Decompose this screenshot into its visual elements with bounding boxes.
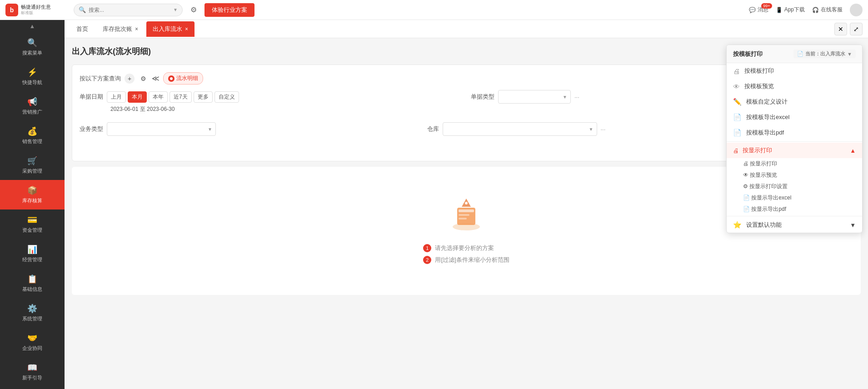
empty-icon [446, 194, 487, 235]
sidebar-item-finance[interactable]: 💳 资金管理 [0, 209, 65, 239]
dropdown-display-print-section[interactable]: 🖨 按显示打印 ▲ [727, 143, 862, 158]
tab-close-all-button[interactable]: ✕ [834, 23, 847, 35]
search-bar[interactable]: 🔍 ▼ [74, 4, 183, 16]
quick-nav-icon: ⚡ [27, 67, 37, 77]
sidebar-item-inventory[interactable]: 📦 库存核算 [0, 180, 65, 209]
sidebar-item-guide[interactable]: 📖 新手引导 [0, 357, 65, 387]
sidebar-item-label: 经营管理 [22, 256, 42, 263]
dropdown-sub-display-print-setting[interactable]: ⚙ 按显示打印设置 [727, 181, 862, 192]
industry-button[interactable]: 体验行业方案 [205, 3, 254, 17]
current-icon: 📄 [797, 51, 803, 57]
search-icon: 🔍 [79, 6, 86, 13]
sidebar-item-marketing[interactable]: 📢 营销推广 [0, 91, 65, 121]
tab-batch-account-label: 库存批次账 [103, 25, 132, 33]
tab-batch-account-close[interactable]: × [135, 26, 138, 32]
dropdown-item-template-pdf[interactable]: 📄 按模板导出pdf [727, 125, 862, 140]
warehouse-more-icon[interactable]: ··· [601, 126, 606, 133]
sidebar-item-search[interactable]: 🔍 搜索菜单 [0, 32, 65, 62]
filter-biz-type-field: 业务类型 ▼ [80, 122, 418, 136]
dropdown-item-set-default[interactable]: ⭐ 设置默认功能 ▼ [727, 217, 862, 233]
message-icon: 💬 [749, 7, 756, 13]
step-num-1: 1 [423, 244, 431, 252]
biz-type-select[interactable] [107, 122, 216, 136]
sidebar-item-sales[interactable]: 💰 销售管理 [0, 121, 65, 150]
sidebar-item-label: 库存核算 [22, 197, 42, 204]
app-download-button[interactable]: 📱 App下载 [776, 6, 805, 14]
sidebar-item-system[interactable]: ⚙️ 系统管理 [0, 298, 65, 328]
tab-flow-close[interactable]: × [185, 26, 188, 32]
sidebar-item-quick-nav[interactable]: ⚡ 快捷导航 [0, 62, 65, 91]
display-print-section-icon: 🖨 [733, 147, 739, 154]
svg-point-7 [465, 202, 468, 204]
message-button[interactable]: 💬 消息 99+ [749, 6, 768, 14]
dropdown-sub-display-print[interactable]: 🖨 按显示打印 [727, 158, 862, 170]
tab-expand-button[interactable]: ⤢ [850, 23, 863, 35]
basic-icon: 📋 [27, 274, 37, 284]
excel-icon: 📄 [733, 113, 742, 121]
dropdown-sub-label: 按显示导出excel [751, 194, 791, 201]
filter-collapse-button[interactable]: ≪ [152, 74, 160, 83]
sidebar-item-basic[interactable]: 📋 基础信息 [0, 269, 65, 298]
sub-pdf-icon: 📄 [743, 206, 751, 212]
gear-button[interactable]: ⚙ [187, 4, 200, 16]
date-custom-button[interactable]: 自定义 [215, 91, 239, 103]
online-service-label: 在线客服 [821, 6, 843, 14]
tab-flow-label: 出入库流水 [153, 25, 182, 33]
sub-print-icon: 🖨 [743, 160, 750, 167]
doc-type-select-wrapper: ▼ [498, 90, 571, 104]
sidebar-item-app-center[interactable]: 🎯 应用中心 [0, 387, 65, 389]
dropdown-item-label: 按模板导出pdf [746, 129, 784, 137]
display-print-section-label: 按显示打印 [743, 146, 772, 155]
date-this-year-button[interactable]: 本年 [149, 91, 168, 103]
sidebar-item-label: 基础信息 [22, 286, 42, 293]
filter-setting-button[interactable]: ⚙ [138, 74, 148, 84]
active-filter-chip: 流水明细 [163, 72, 203, 85]
dropdown-divider [727, 141, 862, 142]
dropdown-sub-display-excel[interactable]: 📄 按显示导出excel [727, 192, 862, 204]
dropdown-sub-display-preview[interactable]: 👁 按显示预览 [727, 170, 862, 181]
dropdown-item-template-excel[interactable]: 📄 按模板导出excel [727, 110, 862, 125]
search-input[interactable] [89, 7, 170, 13]
filter-warehouse-label: 仓库 [427, 125, 439, 133]
sales-icon: 💰 [27, 126, 37, 136]
logo-area: b 畅捷通好生意 标准版 [5, 4, 69, 16]
tab-batch-account[interactable]: 库存批次账 × [96, 21, 145, 37]
warehouse-select[interactable] [443, 122, 597, 136]
filter-add-button[interactable]: + [125, 74, 135, 84]
app-download-label: App下载 [784, 6, 805, 14]
sidebar-item-operation[interactable]: 📊 经营管理 [0, 239, 65, 269]
doc-type-more-icon[interactable]: ··· [574, 94, 579, 100]
user-avatar[interactable] [850, 4, 863, 16]
top-bar: b 畅捷通好生意 标准版 🔍 ▼ ⚙ 体验行业方案 💬 消息 99+ 📱 App… [0, 0, 868, 20]
tab-home[interactable]: 首页 [70, 21, 95, 37]
biz-type-select-wrapper: ▼ [107, 122, 216, 136]
logo-text: 畅捷通好生意 [21, 4, 51, 10]
dropdown-item-template-custom[interactable]: ✏️ 模板自定义设计 [727, 94, 862, 110]
date-last-7-days-button[interactable]: 近7天 [170, 91, 192, 103]
dropdown-item-label: 模板自定义设计 [746, 98, 788, 106]
sidebar: ▲ 🔍 搜索菜单 ⚡ 快捷导航 📢 营销推广 💰 销售管理 🛒 采购管理 📦 库… [0, 20, 65, 389]
svg-point-0 [170, 77, 173, 80]
svg-rect-4 [459, 214, 469, 216]
doc-type-select[interactable] [498, 90, 571, 104]
dropdown-sub-display-pdf[interactable]: 📄 按显示导出pdf [727, 204, 862, 215]
dropdown-panel: 按模板打印 📄 当前：出入库流水 ▼ 🖨 按模板打印 👁 按模板预览 ✏️ 模板… [726, 45, 863, 233]
sidebar-scroll-up[interactable]: ▲ [0, 20, 65, 32]
date-this-month-button[interactable]: 本月 [128, 91, 147, 103]
search-menu-icon: 🔍 [27, 38, 37, 48]
dropdown-header: 按模板打印 📄 当前：出入库流水 ▼ [727, 45, 862, 63]
empty-step-1: 1 请先选择要分析的方案 [423, 244, 509, 252]
pdf-icon: 📄 [733, 129, 742, 137]
sidebar-item-cooperation[interactable]: 🤝 企业协同 [0, 328, 65, 357]
sidebar-item-label: 采购管理 [22, 168, 42, 175]
online-service-button[interactable]: 🎧 在线客服 [812, 6, 843, 14]
dropdown-item-template-print[interactable]: 🖨 按模板打印 [727, 63, 862, 79]
date-last-month-button[interactable]: 上月 [107, 91, 126, 103]
date-more-button[interactable]: 更多 [194, 91, 213, 103]
logo-badge: 标准版 [21, 10, 51, 16]
dropdown-item-template-preview[interactable]: 👁 按模板预览 [727, 79, 862, 94]
tab-flow[interactable]: 出入库流水 × [146, 21, 195, 37]
dropdown-item-label: 按模板导出excel [746, 113, 789, 121]
dropdown-sub-label: 按显示导出pdf [751, 206, 786, 212]
sidebar-item-purchase[interactable]: 🛒 采购管理 [0, 150, 65, 180]
